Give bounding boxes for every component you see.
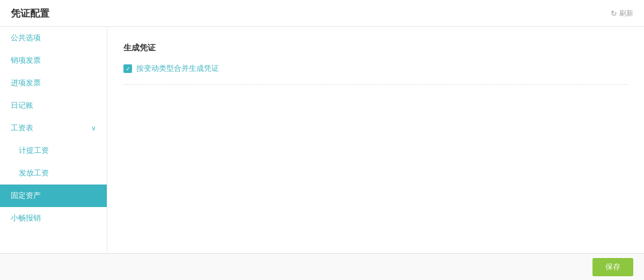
checkbox-row: ✓ 按变动类型合并生成凭证 bbox=[123, 64, 628, 73]
sidebar-item-label: 发放工资 bbox=[19, 168, 49, 178]
sidebar-item-label: 小畅报销 bbox=[11, 213, 41, 223]
sidebar-item-label: 销项发票 bbox=[11, 56, 41, 65]
page-title: 凭证配置 bbox=[11, 7, 49, 20]
chevron-down-icon: ∨ bbox=[91, 124, 96, 132]
section-divider bbox=[123, 84, 628, 85]
sidebar: 公共选项销项发票进项发票日记账工资表∨计提工资发放工资固定资产小畅报销 bbox=[0, 27, 107, 253]
refresh-label: 刷新 bbox=[619, 9, 633, 18]
sidebar-item-purchase-invoice[interactable]: 进项发票 bbox=[0, 72, 107, 94]
refresh-button[interactable]: ↻ 刷新 bbox=[611, 9, 633, 18]
sidebar-item-fixed-assets[interactable]: 固定资产 bbox=[0, 185, 107, 207]
content-area: 公共选项销项发票进项发票日记账工资表∨计提工资发放工资固定资产小畅报销 生成凭证… bbox=[0, 27, 644, 253]
section-title: 生成凭证 bbox=[123, 43, 628, 53]
main-content: 生成凭证 ✓ 按变动类型合并生成凭证 bbox=[107, 27, 644, 253]
sidebar-item-payroll-distribute[interactable]: 发放工资 bbox=[0, 162, 107, 185]
sidebar-item-expense-report[interactable]: 小畅报销 bbox=[0, 207, 107, 230]
sidebar-item-label: 工资表 bbox=[11, 123, 33, 133]
sidebar-item-payroll-provision[interactable]: 计提工资 bbox=[0, 139, 107, 162]
footer-bar: 保存 bbox=[0, 253, 644, 280]
sidebar-item-payroll-table[interactable]: 工资表∨ bbox=[0, 117, 107, 139]
sidebar-item-label: 进项发票 bbox=[11, 78, 41, 88]
sidebar-item-label: 日记账 bbox=[11, 101, 33, 110]
checkmark-icon: ✓ bbox=[126, 66, 130, 72]
save-button[interactable]: 保存 bbox=[592, 258, 633, 276]
sidebar-item-label: 固定资产 bbox=[11, 191, 41, 201]
sidebar-item-label: 计提工资 bbox=[19, 146, 49, 156]
refresh-icon: ↻ bbox=[611, 9, 617, 18]
merge-checkbox[interactable]: ✓ bbox=[123, 64, 132, 73]
sidebar-item-journal[interactable]: 日记账 bbox=[0, 94, 107, 117]
sidebar-item-public-options[interactable]: 公共选项 bbox=[0, 27, 107, 49]
sidebar-item-sales-invoice[interactable]: 销项发票 bbox=[0, 49, 107, 72]
sidebar-item-label: 公共选项 bbox=[11, 33, 41, 43]
page-header: 凭证配置 ↻ 刷新 bbox=[0, 0, 644, 27]
checkbox-label: 按变动类型合并生成凭证 bbox=[136, 64, 219, 73]
page-wrapper: 凭证配置 ↻ 刷新 公共选项销项发票进项发票日记账工资表∨计提工资发放工资固定资… bbox=[0, 0, 644, 280]
